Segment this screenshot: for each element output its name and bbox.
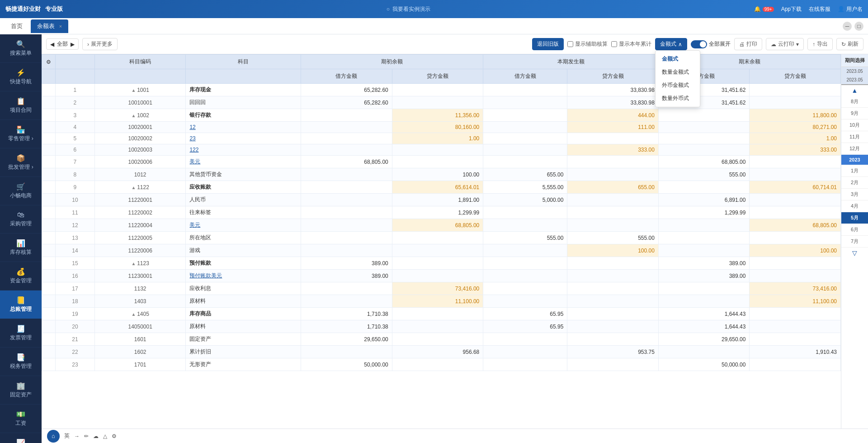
show-ytd-check[interactable]: 显示本年累计 [611,40,651,48]
show-auxiliary-check[interactable]: 显示辅助核算 [567,40,608,48]
sidebar-item-invoice[interactable]: 🧾 发票管理 [0,319,42,348]
toggle-switch[interactable] [691,40,707,48]
sidebar-item-payroll[interactable]: 💵 工资 [0,405,42,433]
month-10[interactable]: 10月 [841,119,868,131]
amount-mode-btn[interactable]: 金额式 ∧ [655,38,687,50]
sidebar-item-operations[interactable]: 📈 经营管理 [0,433,42,443]
assets-icon: 🏢 [4,381,38,390]
dropdown-chevron-icon: ∧ [678,41,682,48]
sidebar-item-ledger[interactable]: 📒 总账管理 [0,291,42,319]
row-opening-credit [392,270,483,282]
month-9[interactable]: 9月 [841,108,868,119]
sidebar-item-assets[interactable]: 🏢 固定资产 [0,376,42,405]
tab-close-icon[interactable]: × [59,24,62,29]
sidebar-item-project[interactable]: 📋 项目合同 [0,91,42,120]
month-4[interactable]: 4月 [841,200,868,212]
demo-link[interactable]: ○ 我要看实例演示 [387,5,430,13]
bottom-upload-icon[interactable]: △ [103,433,107,439]
bottom-edit-icon[interactable]: ✏ [84,433,89,439]
print-btn[interactable]: 🖨 打印 [734,38,762,50]
tab-balance-sheet[interactable]: 余额表 × [31,19,68,33]
row-subject[interactable]: 库存商品 [186,308,301,320]
month-8[interactable]: 8月 [841,96,868,108]
period-up-btn[interactable]: ▲ [841,85,868,96]
win-minimize-btn[interactable]: ─ [843,22,852,31]
row-subject[interactable]: 人民币 [186,194,301,206]
bottom-home-btn[interactable]: ⌂ [47,430,60,443]
expand-all-toggle[interactable]: 全部展开 [691,40,731,48]
notification-btn[interactable]: 🔔 99+ [754,6,774,12]
row-subject[interactable]: 原材料 [186,320,301,333]
amount-mode-dropdown[interactable]: 金额式 ∧ 金额式 数量金额式 外币金额式 数量外币式 [655,38,687,50]
sidebar-item-tax[interactable]: 📑 税务管理 [0,348,42,376]
sidebar-item-ecommerce[interactable]: 🛒 小畅电商 [0,177,42,205]
month-1[interactable]: 1月 [841,165,868,177]
row-subject[interactable]: 122 [186,144,301,156]
expand-more-btn[interactable]: › 展开更多 [82,38,118,50]
search-box[interactable]: ◀ 全部 ▶ [46,38,79,50]
row-subject[interactable]: 无形资产 [186,358,301,371]
row-subject[interactable]: 23 [186,133,301,144]
row-subject[interactable]: 应收账款 [186,181,301,194]
sidebar-item-search[interactable]: 🔍 搜索菜单 [0,34,42,63]
month-3[interactable]: 3月 [841,189,868,200]
table-row: 9▲ 1122应收账款65,614.015,555.00655.0060,714… [42,181,841,194]
row-opening-credit: 68,805.00 [392,219,483,232]
balance-table: ⚙ 科目编码 科目 期初余额 本期发生额 期末余额 [42,54,841,371]
mode-qty-amount[interactable]: 数量金额式 [656,66,700,79]
search-right-arrow[interactable]: ▶ [71,41,75,48]
win-maximize-btn[interactable]: □ [854,22,863,31]
mode-foreign-amount[interactable]: 外币金额式 [656,79,700,92]
online-service-btn[interactable]: 在线客服 [809,5,830,13]
auxiliary-checkbox[interactable] [567,41,573,47]
col-closing-credit: 贷方金额 [750,69,841,84]
row-subject[interactable]: 所在地区 [186,232,301,244]
sidebar-item-retail[interactable]: 🏪 零售管理 › [0,120,42,148]
user-avatar[interactable]: 👤 用户名 [838,5,863,13]
row-subject[interactable]: 回回回 [186,96,301,109]
refresh-btn[interactable]: ↻ 刷新 [836,38,863,50]
export-btn[interactable]: ↑ 导出 [807,38,833,50]
mode-qty-foreign[interactable]: 数量外币式 [656,92,700,105]
row-subject[interactable]: 游戏 [186,244,301,257]
month-11[interactable]: 11月 [841,131,868,143]
sidebar-item-nav[interactable]: ⚡ 快捷导航 [0,63,42,91]
sidebar-item-finance[interactable]: 💰 资金管理 [0,262,42,291]
cloud-print-btn[interactable]: ☁ 云打印 ▾ [766,38,804,50]
app-download-btn[interactable]: App下载 [781,5,802,13]
row-opening-credit: 1.00 [392,133,483,144]
month-7[interactable]: 7月 [841,236,868,248]
sidebar-item-inventory[interactable]: 📊 库存核算 [0,233,42,262]
bottom-settings-icon[interactable]: ⚙ [112,433,117,439]
row-subject[interactable]: 往来标签 [186,206,301,219]
row-subject[interactable]: 美元 [186,219,301,232]
period-down-btn[interactable]: ▽ [841,248,868,258]
row-subject[interactable]: 银行存款 [186,109,301,122]
month-5[interactable]: 5月 [841,212,868,224]
sidebar-item-wholesale[interactable]: 📦 批发管理 › [0,148,42,177]
col-settings[interactable]: ⚙ [42,55,56,69]
row-subject[interactable]: 其他货币资金 [186,168,301,181]
row-subject[interactable]: 累计折旧 [186,346,301,358]
back-old-version-btn[interactable]: 退回旧版 [532,38,564,50]
month-12[interactable]: 12月 [841,143,868,155]
sidebar-item-purchase[interactable]: 🛍 采购管理 [0,205,42,233]
bottom-cloud-icon[interactable]: ☁ [93,433,99,439]
row-subject[interactable]: 库存现金 [186,84,301,96]
row-opening-debit [301,144,392,156]
year-2023-label[interactable]: 2023 [841,155,868,165]
row-subject[interactable]: 应收利息 [186,282,301,295]
search-left-arrow[interactable]: ◀ [50,41,54,48]
month-2[interactable]: 2月 [841,177,868,189]
row-subject[interactable]: 原材料 [186,295,301,308]
row-subject[interactable]: 美元 [186,156,301,168]
row-opening-debit [301,109,392,122]
row-subject[interactable]: 预付账款 [186,257,301,270]
tab-home[interactable]: 首页 [5,19,29,33]
month-6[interactable]: 6月 [841,224,868,236]
row-subject[interactable]: 12 [186,122,301,133]
row-subject[interactable]: 预付账款美元 [186,270,301,282]
mode-amount[interactable]: 金额式 [656,52,700,66]
ytd-checkbox[interactable] [611,41,617,47]
row-subject[interactable]: 固定资产 [186,333,301,346]
